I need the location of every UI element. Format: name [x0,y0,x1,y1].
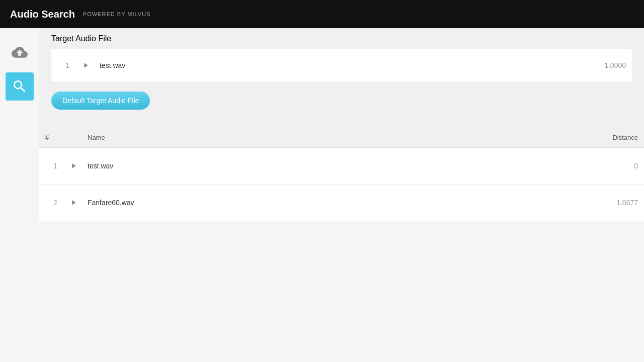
table-row: 2 Fanfare60.wav 1.0677 [39,185,644,221]
main-content: Target Audio File 1 test.wav 1.0000 Defa… [39,28,644,362]
result-audio-name-1: test.wav [88,162,598,170]
sidebar [0,28,39,362]
target-audio-section: Target Audio File 1 test.wav 1.0000 Defa… [39,28,644,128]
app-title: Audio Search [10,9,75,20]
result-play-button-2[interactable] [65,195,82,211]
target-audio-distance: 1.0000 [586,61,626,69]
target-section-label: Target Audio File [51,34,632,43]
search-button[interactable] [6,72,34,101]
target-row-number: 1 [57,61,77,69]
default-target-button[interactable]: Default Target Audio File [51,92,150,110]
play-icon [82,61,90,69]
results-section: # Name Distance 1 test.wav 0 2 F [39,128,644,221]
target-audio-name: test.wav [100,61,586,69]
play-icon [69,199,77,207]
table-header: # Name Distance [39,128,644,148]
col-header-distance: Distance [598,134,638,141]
result-row-number: 2 [45,199,65,207]
result-audio-distance-1: 0 [598,162,638,170]
result-row-number: 1 [45,162,65,170]
result-play-button-1[interactable] [65,158,82,174]
result-audio-name-2: Fanfare60.wav [88,199,598,207]
play-icon [69,162,77,170]
powered-by-label: POWERED BY MILVUS [83,11,151,17]
target-play-button[interactable] [77,57,94,73]
results-rows: 1 test.wav 0 2 Fanfare60.wav 1.0677 [39,148,644,221]
app-header: Audio Search POWERED BY MILVUS [0,0,644,28]
result-audio-distance-2: 1.0677 [598,199,638,207]
search-icon [12,78,28,95]
upload-button[interactable] [6,38,34,66]
upload-icon [12,44,28,60]
col-header-name: Name [88,134,598,141]
target-audio-row: 1 test.wav 1.0000 [51,49,632,81]
col-header-num: # [45,134,65,141]
table-row: 1 test.wav 0 [39,148,644,185]
